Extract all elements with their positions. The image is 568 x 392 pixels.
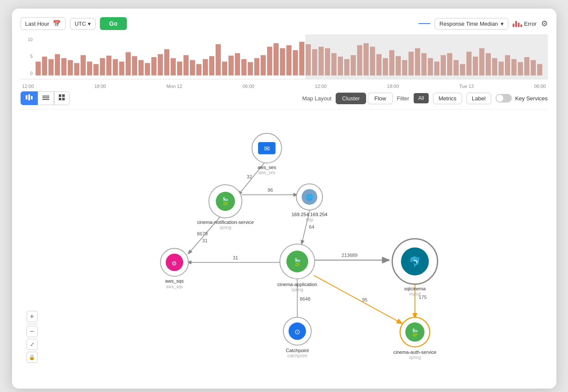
svg-rect-90	[59, 98, 61, 100]
svg-rect-43	[293, 50, 298, 75]
svg-rect-52	[351, 55, 356, 75]
svg-rect-9	[74, 63, 79, 75]
svg-rect-32	[222, 62, 227, 75]
lock-button[interactable]: 🔒	[27, 352, 38, 363]
filter-label: Filter	[397, 95, 409, 102]
svg-rect-41	[280, 48, 285, 75]
time-range-picker[interactable]: Last Hour 📅	[21, 17, 66, 30]
fit-screen-button[interactable]: ⤢	[27, 339, 38, 350]
svg-rect-50	[338, 57, 343, 75]
svg-rect-5	[48, 59, 54, 75]
svg-rect-59	[396, 56, 401, 75]
svg-rect-33	[228, 56, 234, 75]
view-list-button[interactable]	[38, 91, 54, 105]
filter-button-group: All	[414, 93, 429, 103]
svg-rect-54	[364, 43, 369, 75]
label-button[interactable]: Label	[466, 93, 491, 104]
svg-rect-56	[376, 54, 382, 75]
bar-chart-icon	[513, 20, 522, 27]
go-button[interactable]: Go	[100, 17, 127, 30]
svg-rect-46	[312, 49, 317, 75]
filter-settings-icon[interactable]: ⚙	[541, 19, 548, 28]
node-sublabel-sqlcinema: mysql	[409, 292, 421, 296]
globe-icon: 🌐	[305, 193, 313, 201]
svg-rect-78	[518, 62, 523, 75]
key-services-toggle[interactable]	[496, 94, 512, 103]
svg-rect-81	[537, 64, 542, 75]
svg-rect-31	[216, 44, 221, 75]
view-toggle-group	[21, 91, 69, 105]
svg-rect-53	[357, 45, 362, 75]
list-icon	[42, 95, 49, 100]
spring-icon-2: 🍃	[292, 257, 302, 267]
svg-rect-45	[306, 44, 311, 75]
mysql-icon: 🐬	[409, 256, 421, 268]
svg-rect-10	[81, 55, 86, 75]
svg-rect-19	[138, 60, 144, 75]
node-sublabel-aws-ses: aws_ses	[258, 170, 275, 175]
chevron-down-icon: ▾	[501, 21, 504, 27]
node-label-cinema-notification: cinema-notification-service	[197, 220, 253, 225]
svg-text:0: 0	[30, 70, 33, 76]
svg-rect-76	[505, 55, 510, 75]
aws-ses-icon: ✉	[264, 145, 269, 152]
svg-rect-6	[55, 54, 60, 75]
layout-flow-button[interactable]: Flow	[368, 93, 392, 104]
layout-button-group: Cluster Flow	[336, 93, 393, 104]
edge-label-31: 31	[202, 238, 207, 243]
zoom-controls: + − ⤢ 🔒	[27, 311, 38, 363]
svg-rect-83	[28, 94, 30, 100]
filter-all-button[interactable]: All	[414, 93, 429, 103]
timezone-picker[interactable]: UTC ▾	[70, 18, 96, 30]
svg-rect-38	[261, 55, 266, 75]
controls-row: Map Layout Cluster Flow Filter All Metri…	[21, 89, 548, 110]
svg-rect-69	[460, 64, 465, 75]
svg-rect-55	[370, 47, 375, 75]
view-bars-button[interactable]	[21, 91, 38, 105]
zoom-in-button[interactable]: +	[27, 311, 38, 322]
node-sublabel-catchpoint: catchpoint	[287, 353, 307, 358]
svg-rect-61	[409, 51, 414, 75]
metric-dropdown[interactable]: Response Time Median ▾	[435, 18, 508, 30]
svg-rect-82	[26, 95, 27, 100]
metric-dropdown-label: Response Time Median	[439, 21, 498, 27]
histogram: 10 5 0	[21, 34, 548, 79]
svg-rect-88	[59, 94, 61, 97]
svg-rect-21	[151, 57, 156, 75]
svg-rect-16	[119, 62, 124, 75]
svg-rect-75	[499, 62, 504, 75]
node-sublabel-cinema-application: spring	[291, 287, 303, 292]
svg-rect-63	[421, 53, 427, 75]
svg-rect-85	[42, 96, 49, 96]
svg-rect-47	[319, 47, 324, 75]
svg-rect-71	[473, 57, 478, 75]
svg-rect-30	[209, 56, 214, 75]
svg-rect-15	[113, 59, 118, 75]
svg-rect-14	[106, 56, 111, 75]
svg-rect-73	[486, 53, 491, 75]
svg-rect-36	[248, 62, 253, 75]
svg-rect-7	[61, 58, 66, 75]
calendar-icon: 📅	[53, 20, 61, 27]
node-label-sqlcinema: sqlcinema	[404, 286, 426, 291]
svg-rect-27	[190, 60, 195, 75]
svg-rect-23	[164, 49, 169, 75]
layout-cluster-button[interactable]: Cluster	[336, 93, 366, 104]
x-label-1200: 12:00	[22, 84, 34, 89]
node-label-cinema-auth: cinema-auth-service	[393, 350, 436, 355]
svg-rect-87	[42, 99, 49, 100]
x-label-tue13: Tue 13	[459, 84, 474, 89]
svg-rect-39	[267, 47, 272, 75]
node-label-aws-sqs: aws_sqs	[165, 278, 184, 283]
svg-rect-24	[171, 58, 176, 75]
svg-rect-64	[428, 58, 433, 75]
node-sublabel-cinema-notification: spring	[219, 225, 231, 230]
zoom-out-button[interactable]: −	[27, 326, 38, 337]
edge-label-95: 95	[362, 297, 367, 302]
svg-rect-84	[31, 96, 33, 100]
svg-rect-26	[183, 55, 189, 75]
view-grid-button[interactable]	[54, 91, 69, 105]
node-label-aws-ses: aws_ses	[257, 165, 276, 170]
metrics-button[interactable]: Metrics	[433, 93, 462, 104]
timezone-label: UTC	[75, 21, 86, 27]
